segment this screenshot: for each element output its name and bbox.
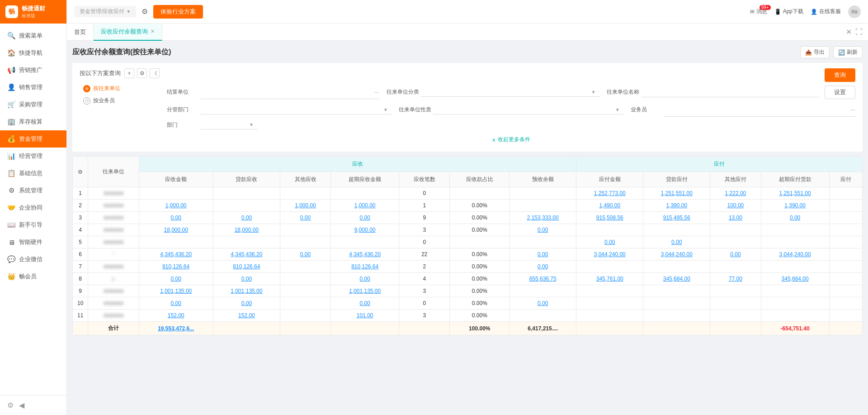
sidebar-item-member[interactable]: 👑 畅会员 (0, 268, 66, 285)
sidebar-item-operation[interactable]: 📊 经营管理 (0, 148, 66, 165)
row-ar_amount[interactable]: 1,000.00 (139, 200, 213, 212)
unit-nature-select[interactable]: ▼ (433, 105, 623, 114)
tab-home[interactable]: 首页 (67, 24, 94, 41)
row-ap_other[interactable]: 100.00 (710, 200, 761, 212)
user-avatar[interactable]: Rit (848, 5, 861, 18)
sidebar-item-finance[interactable]: 💰 资金管理 (0, 130, 66, 148)
row-ap_overdue[interactable]: 1,251,551.00 (761, 187, 829, 200)
row-ar_amount[interactable]: 152.00 (139, 310, 213, 322)
sidebar-item-sales[interactable]: 👤 销售管理 (0, 79, 66, 96)
settlement-unit-dots-icon[interactable]: ··· (374, 88, 380, 95)
unit-name-input[interactable] (641, 87, 819, 97)
row-ap_amount[interactable]: 3,044,240.00 (576, 248, 643, 261)
row-ar_advance[interactable]: 655,636.75 (509, 273, 576, 285)
row-ap_amount[interactable]: 1,252,773.00 (576, 187, 643, 200)
sidebar-item-purchase[interactable]: 🛒 采购管理 (0, 96, 66, 113)
unit-category-select[interactable]: ▼ (421, 88, 599, 97)
row-ar_loan[interactable]: 0.00 (213, 212, 280, 224)
row-ar_overdue[interactable]: 1,000.00 (331, 200, 399, 212)
sidebar-item-quick-nav[interactable]: 🏠 快捷导航 (0, 44, 66, 62)
sidebar-item-marketing[interactable]: 📢 营销推广 (0, 62, 66, 79)
row-ap_other[interactable]: 1,222.00 (710, 187, 761, 200)
row-ap_overdue[interactable]: 3,044,240.00 (761, 248, 829, 261)
row-ap_loan[interactable]: 915,495.56 (643, 212, 710, 224)
footer-collapse-icon[interactable]: ◀ (19, 401, 24, 410)
window-close-icon[interactable]: ✕ (846, 28, 852, 36)
row-ar_loan[interactable]: 18,000.00 (213, 224, 280, 236)
sidebar-item-enterprise[interactable]: 🤝 企业协同 (0, 199, 66, 216)
industry-btn[interactable]: 体验行业方案 (153, 5, 203, 19)
row-ar_advance[interactable]: 2,153,333.00 (509, 212, 576, 224)
row-ar_other[interactable]: 1,000.00 (280, 200, 330, 212)
col-settings[interactable]: ⚙ (73, 157, 88, 187)
row-ar_other[interactable]: 0.00 (280, 248, 330, 261)
row-ar_amount[interactable]: 4,345,436.20 (139, 248, 213, 261)
row-ap_overdue[interactable]: 1,390.00 (761, 200, 829, 212)
scheme-add-btn[interactable]: + (124, 68, 134, 78)
app-download-btn[interactable]: 📱 App下载 (774, 8, 803, 15)
row-ap_loan[interactable]: 345,684.00 (643, 273, 710, 285)
sidebar-item-guide[interactable]: 📖 新手引导 (0, 216, 66, 234)
sidebar-item-hardware[interactable]: 🖥 智能硬件 (0, 234, 66, 251)
dept-select[interactable]: ▼ (200, 105, 392, 114)
row-ap_other[interactable]: 0.00 (710, 248, 761, 261)
row-ar_overdue[interactable]: 101.00 (331, 310, 399, 322)
salesperson-input[interactable] (664, 105, 850, 114)
row-ar_amount[interactable]: 18,000.00 (139, 224, 213, 236)
nav-by-customer[interactable]: ⚙ 按往来单位 (80, 83, 160, 94)
query-btn[interactable]: 查询 (825, 68, 855, 82)
row-ar_overdue[interactable]: 9,000.00 (331, 224, 399, 236)
row-ap_amount[interactable]: 0.00 (576, 236, 643, 248)
row-ar_amount[interactable]: 0.00 (139, 297, 213, 310)
row-ar_amount[interactable]: 0.00 (139, 212, 213, 224)
sidebar-item-system[interactable]: ⚙ 系统管理 (0, 182, 66, 199)
row-ap_loan[interactable]: 1,390.00 (643, 200, 710, 212)
row-ar_overdue[interactable]: 4,345,436.20 (331, 248, 399, 261)
row-ar_other[interactable]: 0.00 (280, 212, 330, 224)
export-btn[interactable]: 📤 导出 (800, 46, 830, 58)
row-ar_advance[interactable]: 0.00 (509, 297, 576, 310)
sidebar-item-search-menu[interactable]: 🔍 搜索菜单 (0, 27, 66, 44)
refresh-btn[interactable]: 🔄 刷新 (833, 46, 863, 58)
row-ar_advance[interactable]: 0.00 (509, 224, 576, 236)
salesperson-dots-icon[interactable]: ··· (850, 106, 855, 113)
row-ap_amount[interactable]: 1,490.00 (576, 200, 643, 212)
table-settings-icon[interactable]: ⚙ (78, 169, 83, 175)
row-ap_loan[interactable]: 1,251,551.00 (643, 187, 710, 200)
row-ar_loan[interactable]: 4,345,436.20 (213, 248, 280, 261)
service-btn[interactable]: 👤 在线客服 (811, 8, 841, 15)
row-ar_overdue[interactable]: 0.00 (331, 297, 399, 310)
row-ar_amount[interactable]: 810,126.64 (139, 261, 213, 273)
tab-query[interactable]: 应收应付余额查询 ✕ (94, 24, 162, 41)
settlement-unit-input[interactable] (200, 87, 374, 97)
row-ap_loan[interactable]: 0.00 (643, 236, 710, 248)
sidebar-item-inventory[interactable]: 🏢 库存核算 (0, 113, 66, 130)
collapse-more-btn[interactable]: ∧ 收起更多条件 (167, 133, 855, 146)
row-ar_loan[interactable]: 810,126.64 (213, 261, 280, 273)
row-ap_overdue[interactable]: 345,684.00 (761, 273, 829, 285)
row-ar_advance[interactable]: 0.00 (509, 261, 576, 273)
row-ap_overdue[interactable]: 0.00 (761, 212, 829, 224)
topbar-gear-icon[interactable]: ⚙ (142, 7, 148, 16)
scheme-settings-btn[interactable]: ⚙ (137, 68, 147, 78)
row-ar_advance[interactable]: 0.00 (509, 248, 576, 261)
row-ar_loan[interactable]: 0.00 (213, 273, 280, 285)
message-btn[interactable]: ✉ 消息 99+ (750, 8, 767, 15)
sidebar-item-wechat[interactable]: 💬 企业微信 (0, 251, 66, 268)
row-ap_other[interactable]: 13.00 (710, 212, 761, 224)
row-ar_overdue[interactable]: 810,126.64 (331, 261, 399, 273)
scheme-collapse-btn[interactable]: 《 (150, 68, 160, 78)
row-ap_other[interactable]: 77.00 (710, 273, 761, 285)
row-ar_overdue[interactable]: 0.00 (331, 212, 399, 224)
row-ar_loan[interactable]: 152.00 (213, 310, 280, 322)
tab-close-icon[interactable]: ✕ (151, 29, 155, 34)
row-ap_amount[interactable]: 915,508.56 (576, 212, 643, 224)
window-expand-icon[interactable]: ⛶ (855, 28, 863, 36)
settings-btn[interactable]: 设置 (825, 86, 855, 99)
footer-gear-icon[interactable]: ⚙ (7, 401, 14, 410)
row-ap_loan[interactable]: 3,044,240.00 (643, 248, 710, 261)
row-ar_amount[interactable]: 0.00 (139, 273, 213, 285)
row-ar_loan[interactable]: 0.00 (213, 297, 280, 310)
row-ar_amount[interactable]: 1,001,135.00 (139, 285, 213, 297)
row-ar_overdue[interactable]: 1,001,135.00 (331, 285, 399, 297)
